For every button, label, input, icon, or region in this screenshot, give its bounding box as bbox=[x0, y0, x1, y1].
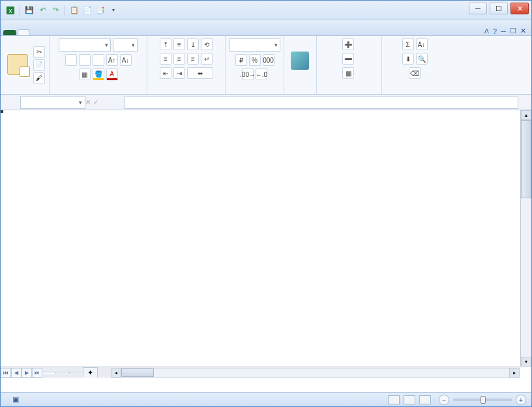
copy-icon[interactable]: 📄 bbox=[33, 59, 45, 71]
align-right-icon[interactable]: ≡ bbox=[187, 53, 199, 65]
clear-icon[interactable]: ⌫ bbox=[409, 67, 421, 79]
percent-icon[interactable]: % bbox=[249, 54, 261, 66]
enter-icon[interactable]: ✓ bbox=[93, 98, 98, 106]
close-button[interactable]: ✕ bbox=[510, 3, 529, 14]
group-label bbox=[321, 91, 377, 93]
format-painter-icon[interactable]: 🖌 bbox=[33, 72, 45, 84]
number-format-combo[interactable] bbox=[229, 38, 280, 52]
tab-abbyy[interactable] bbox=[123, 30, 134, 35]
delete-cells-icon: ➖ bbox=[342, 53, 354, 65]
sheet-tab-2[interactable] bbox=[55, 372, 70, 374]
tab-nav-prev-icon[interactable]: ◀ bbox=[11, 368, 22, 378]
tab-insert[interactable] bbox=[29, 30, 40, 35]
italic-button[interactable] bbox=[79, 54, 91, 66]
zoom-in-button[interactable]: + bbox=[516, 395, 526, 405]
qat-icon[interactable]: 📑 bbox=[95, 5, 106, 16]
tab-file[interactable] bbox=[3, 30, 16, 35]
font-shrink-icon[interactable]: A↓ bbox=[120, 54, 132, 66]
redo-icon[interactable]: ↷ bbox=[50, 5, 61, 16]
align-left-icon[interactable]: ≡ bbox=[160, 53, 171, 65]
window-close-icon[interactable]: ✕ bbox=[520, 27, 526, 35]
font-size-combo[interactable] bbox=[113, 38, 138, 52]
font-grow-icon[interactable]: A↑ bbox=[106, 54, 118, 66]
scroll-thumb[interactable] bbox=[121, 369, 154, 377]
insert-cells-button[interactable]: ➕ bbox=[342, 38, 356, 50]
cancel-icon[interactable]: ✕ bbox=[85, 98, 91, 106]
vertical-scrollbar[interactable]: ▴ ▾ bbox=[520, 110, 531, 367]
minimize-ribbon-icon[interactable]: ᐱ bbox=[484, 27, 489, 35]
scroll-left-icon[interactable]: ◂ bbox=[111, 368, 121, 378]
view-layout-icon[interactable] bbox=[404, 395, 415, 404]
new-sheet-icon[interactable]: ✦ bbox=[83, 367, 98, 378]
view-normal-icon[interactable] bbox=[388, 395, 400, 404]
underline-button[interactable] bbox=[93, 54, 104, 66]
paste-button[interactable] bbox=[5, 53, 31, 78]
scroll-up-icon[interactable]: ▴ bbox=[521, 110, 531, 120]
font-name-combo[interactable] bbox=[59, 38, 111, 52]
qat-icon[interactable]: 📄 bbox=[81, 5, 93, 16]
wrap-text-icon[interactable]: ↵ bbox=[201, 53, 213, 65]
sheet-tab-3[interactable] bbox=[69, 372, 83, 374]
styles-button[interactable] bbox=[288, 50, 312, 72]
align-bottom-icon[interactable]: ⤓ bbox=[187, 38, 199, 50]
tab-formulas[interactable] bbox=[50, 30, 61, 35]
indent-increase-icon[interactable]: ⇥ bbox=[173, 67, 185, 79]
autosum-icon[interactable]: Σ bbox=[402, 38, 414, 50]
align-center-icon[interactable]: ≡ bbox=[173, 53, 185, 65]
minimize-button[interactable]: ─ bbox=[469, 3, 487, 14]
bold-button[interactable] bbox=[65, 54, 77, 66]
tab-foxit[interactable] bbox=[113, 30, 123, 35]
tab-nav-next-icon[interactable]: ▶ bbox=[22, 368, 32, 378]
align-middle-icon[interactable]: ≡ bbox=[173, 38, 185, 50]
undo-icon[interactable]: ↶ bbox=[37, 5, 48, 16]
tab-nav-last-icon[interactable]: ⏭ bbox=[32, 368, 42, 378]
group-label bbox=[288, 84, 312, 93]
decrease-decimal-icon[interactable]: ←.0 bbox=[256, 68, 267, 80]
tab-layout[interactable] bbox=[40, 30, 50, 35]
indent-decrease-icon[interactable]: ⇤ bbox=[160, 67, 171, 79]
zoom-out-button[interactable]: − bbox=[439, 395, 449, 405]
align-top-icon[interactable]: ⤒ bbox=[160, 38, 171, 50]
fill-icon[interactable]: ⬇ bbox=[402, 53, 414, 65]
fill-color-icon[interactable]: 🪣 bbox=[93, 68, 104, 80]
qat-icon[interactable]: 📋 bbox=[68, 5, 80, 16]
window-min-icon[interactable]: ─ bbox=[501, 27, 506, 35]
group-label bbox=[386, 91, 443, 93]
find-icon[interactable]: 🔍 bbox=[416, 53, 428, 65]
app-window: X 💾 ↶ ↷ 📋 📄 📑 ▾ ─ ☐ ✕ ᐱ bbox=[0, 0, 532, 407]
scroll-right-icon[interactable]: ▸ bbox=[509, 368, 520, 378]
tab-developer[interactable] bbox=[92, 30, 102, 35]
tab-nav-first-icon[interactable]: ⏮ bbox=[1, 368, 11, 378]
tab-review[interactable] bbox=[71, 30, 81, 35]
tab-home[interactable] bbox=[18, 29, 29, 35]
help-icon[interactable]: ? bbox=[493, 27, 497, 35]
font-color-icon[interactable]: A bbox=[106, 68, 118, 80]
window-restore-icon[interactable]: ☐ bbox=[510, 27, 516, 35]
comma-icon[interactable]: 000 bbox=[263, 54, 274, 66]
sort-icon[interactable]: A↓ bbox=[416, 38, 428, 50]
save-icon[interactable]: 💾 bbox=[23, 5, 35, 16]
increase-decimal-icon[interactable]: .00→ bbox=[242, 68, 254, 80]
view-break-icon[interactable] bbox=[419, 395, 431, 404]
sheet-tab-1[interactable] bbox=[42, 372, 56, 374]
qat-dropdown-icon[interactable]: ▾ bbox=[108, 5, 119, 16]
currency-icon[interactable]: ₽ bbox=[235, 54, 247, 66]
tab-addins[interactable] bbox=[102, 30, 113, 35]
maximize-button[interactable]: ☐ bbox=[490, 3, 508, 14]
cut-icon[interactable]: ✂ bbox=[33, 46, 45, 58]
formula-input[interactable] bbox=[125, 96, 518, 109]
fx-icon[interactable] bbox=[106, 98, 119, 106]
scroll-down-icon[interactable]: ▾ bbox=[521, 357, 531, 367]
tab-view[interactable] bbox=[81, 30, 92, 35]
orientation-icon[interactable]: ⟲ bbox=[201, 38, 213, 50]
horizontal-scrollbar[interactable]: ◂ ▸ bbox=[111, 368, 520, 378]
zoom-slider[interactable] bbox=[453, 399, 512, 401]
name-box[interactable] bbox=[20, 96, 85, 109]
macro-record-icon[interactable]: ▣ bbox=[12, 395, 19, 404]
format-cells-button[interactable]: ▦ bbox=[342, 67, 356, 79]
merge-icon[interactable]: ⬌ bbox=[187, 67, 213, 79]
delete-cells-button[interactable]: ➖ bbox=[342, 53, 356, 65]
scroll-thumb[interactable] bbox=[521, 120, 531, 198]
border-icon[interactable]: ▦ bbox=[79, 68, 91, 80]
tab-data[interactable] bbox=[61, 30, 71, 35]
